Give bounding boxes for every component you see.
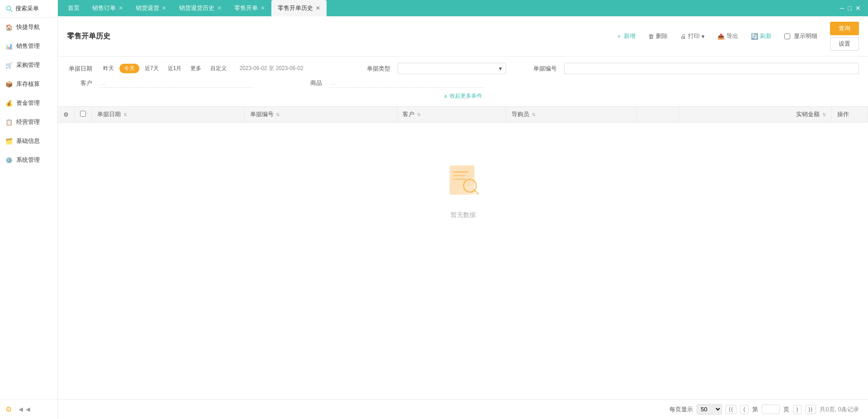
page-number-input[interactable]: 1 (762, 405, 780, 414)
th-order-no[interactable]: 单据编号 ⇅ (244, 107, 397, 122)
sidebar-item-inventory[interactable]: 📦 库存核算 (0, 75, 57, 94)
export-button[interactable]: 📤 导出 (714, 30, 742, 42)
th-actions: 操作 (832, 107, 868, 122)
sidebar-item-quick-nav[interactable]: 🏠 快捷导航 (0, 18, 57, 37)
delete-icon: 🗑 (648, 33, 654, 40)
tab-retail-open[interactable]: 零售开单 ✕ (228, 0, 271, 16)
page-label: 第 (752, 405, 758, 414)
date-btn-custom[interactable]: 自定义 (207, 64, 230, 73)
chart-icon: 📊 (5, 42, 13, 50)
th-customer[interactable]: 客户 ⇅ (397, 107, 506, 122)
refresh-button[interactable]: 🔄 刷新 (747, 30, 775, 42)
svg-point-0 (6, 6, 10, 10)
svg-rect-3 (453, 171, 469, 173)
sidebar-label-basic-info: 基础信息 (16, 137, 40, 145)
date-btn-more[interactable]: 更多 (187, 64, 205, 73)
order-type-select[interactable]: ▾ (398, 63, 506, 74)
last-page-button[interactable]: ⟩⟩ (805, 405, 816, 414)
collapse-area: ∧ 收起更多条件 (67, 92, 859, 100)
tab-bar: 首页 销售订单 ✕ 销货退货 ✕ 销货退货历史 ✕ 零售开单 ✕ 零售开单历史 … (58, 0, 868, 16)
add-button[interactable]: ＋ 新增 (612, 30, 639, 42)
tab-retail-open-close[interactable]: ✕ (261, 5, 265, 11)
th-checkbox[interactable] (75, 107, 92, 122)
date-label: 单据日期 (67, 65, 92, 73)
column-settings-icon[interactable]: ⚙ (63, 111, 69, 118)
page-unit: 页 (783, 405, 789, 414)
query-button[interactable]: 查询 (830, 22, 859, 35)
sidebar-item-finance[interactable]: 💰 资金管理 (0, 94, 57, 113)
tab-sales-return-history-close[interactable]: ✕ (217, 5, 222, 11)
th-settings[interactable]: ⚙ (58, 107, 75, 122)
sidebar-item-basic-info[interactable]: 🗂️ 基础信息 (0, 132, 57, 151)
th-guide[interactable]: 导购员 ⇅ (506, 107, 637, 122)
collapse-sidebar-icon[interactable]: ◄◄ (17, 405, 32, 414)
date-btn-7days[interactable]: 近7天 (141, 64, 162, 73)
next-page-button[interactable]: ⟩ (793, 405, 802, 414)
refresh-icon: 🔄 (751, 33, 758, 40)
order-no-input[interactable] (564, 63, 859, 74)
table-footer: 每页显示 50 20 100 ⟨⟨ ⟨ 第 1 页 ⟩ ⟩⟩ 共0页, 0条记录 (58, 399, 868, 419)
table-area: ⚙ 单据日期 ⇅ 单据编号 ⇅ (58, 107, 868, 399)
window-controls: ─ □ ✕ (836, 5, 864, 12)
collapse-label: 收起更多条件 (450, 92, 482, 100)
date-filter-buttons: 昨天 今天 近7天 近1月 更多 自定义 (100, 64, 230, 73)
date-btn-yesterday[interactable]: 昨天 (100, 64, 118, 73)
select-all-checkbox[interactable] (80, 111, 86, 117)
settings-button[interactable]: 设置 (830, 37, 859, 51)
first-page-button[interactable]: ⟨⟨ (726, 405, 736, 414)
svg-rect-5 (453, 179, 466, 180)
svg-rect-4 (453, 175, 465, 176)
date-btn-1month[interactable]: 近1月 (164, 64, 185, 73)
total-info: 共0页, 0条记录 (820, 405, 859, 414)
show-detail-checkbox[interactable] (784, 33, 790, 39)
show-detail-button[interactable]: 显示明细 (781, 30, 821, 42)
tab-sales-return-close[interactable]: ✕ (162, 5, 166, 11)
sidebar-label-inventory: 库存核算 (16, 80, 40, 88)
minimize-icon[interactable]: ─ (840, 5, 844, 12)
th-order-date[interactable]: 单据日期 ⇅ (92, 107, 245, 122)
tab-sales-return-label: 销货退货 (136, 4, 159, 12)
tab-sales-order-close[interactable]: ✕ (119, 5, 123, 11)
product-input[interactable]: ... (329, 79, 483, 88)
tab-sales-return[interactable]: 销货退货 ✕ (129, 0, 173, 16)
date-range-display: 2023-06-02 至 2023-06-02 (239, 65, 303, 72)
tab-retail-open-history-close[interactable]: ✕ (316, 5, 320, 11)
system-icon: ⚙️ (5, 156, 13, 164)
collapse-button[interactable]: ∧ 收起更多条件 (67, 92, 859, 100)
sort-amount-icon: ⇅ (822, 112, 826, 117)
customer-input[interactable]: ... (100, 79, 253, 88)
maximize-icon[interactable]: □ (848, 5, 852, 12)
sidebar-label-system-mgmt: 系统管理 (16, 156, 40, 164)
sidebar-search[interactable]: 搜索采单 (0, 0, 57, 18)
print-dropdown-icon: ▾ (702, 33, 705, 40)
sidebar-item-operation[interactable]: 📋 经营管理 (0, 113, 57, 132)
add-icon: ＋ (616, 32, 622, 40)
sidebar-item-system-mgmt[interactable]: ⚙️ 系统管理 (0, 151, 57, 169)
print-button[interactable]: 🖨 打印 ▾ (677, 30, 708, 42)
sidebar-item-purchase-mgmt[interactable]: 🛒 采购管理 (0, 56, 57, 75)
product-label: 商品 (297, 79, 322, 87)
content-area: 零售开单历史 ＋ 新增 🗑 删除 🖨 打印 ▾ 📤 导出 🔄 (58, 16, 868, 419)
tab-sales-order[interactable]: 销售订单 ✕ (86, 0, 129, 16)
tab-retail-open-history[interactable]: 零售开单历史 ✕ (271, 0, 327, 16)
delete-button[interactable]: 🗑 删除 (645, 30, 671, 42)
settings-footer-icon[interactable]: ⚙ (5, 405, 12, 414)
sidebar-label-purchase-mgmt: 采购管理 (16, 61, 40, 69)
print-icon: 🖨 (680, 33, 686, 40)
date-btn-today[interactable]: 今天 (119, 64, 139, 73)
order-no-label: 单据编号 (531, 65, 557, 73)
tab-home[interactable]: 首页 (62, 0, 86, 16)
page-size-select[interactable]: 50 20 100 (697, 404, 722, 414)
sort-customer-icon: ⇅ (417, 112, 421, 117)
tab-sales-return-history[interactable]: 销货退货历史 ✕ (173, 0, 228, 16)
sidebar-item-sales-mgmt[interactable]: 📊 销售管理 (0, 37, 57, 56)
sort-guide-icon: ⇅ (532, 112, 536, 117)
th-amount[interactable]: 实销金额 ⇅ (679, 107, 832, 122)
sort-order-no-icon: ⇅ (276, 112, 280, 117)
query-area: 查询 设置 (830, 22, 859, 51)
order-type-label: 单据类型 (365, 65, 390, 73)
prev-page-button[interactable]: ⟨ (740, 405, 749, 414)
svg-line-1 (10, 10, 12, 12)
close-icon[interactable]: ✕ (855, 5, 861, 12)
tab-sales-return-history-label: 销货退货历史 (179, 4, 214, 12)
